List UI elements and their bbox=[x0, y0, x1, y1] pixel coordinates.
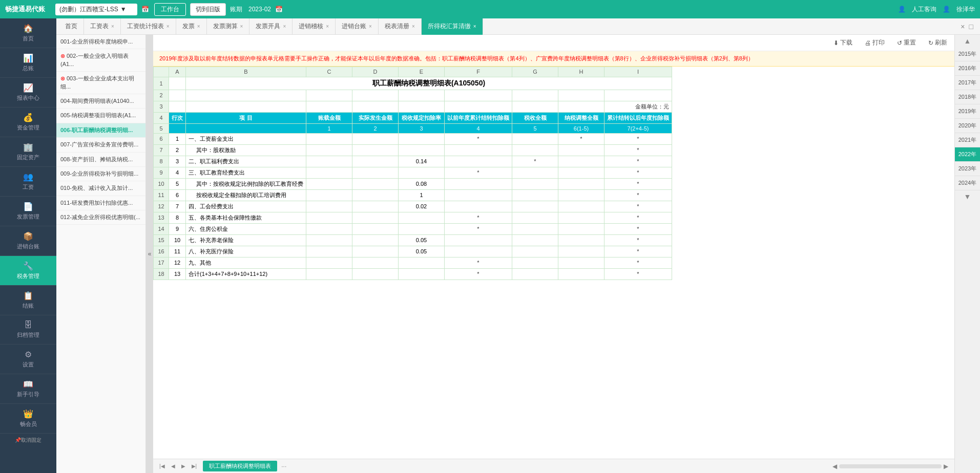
sidebar-item-tax[interactable]: 🔧 税务管理 bbox=[0, 256, 56, 286]
tab-invoice-calc[interactable]: 发票测算 × bbox=[207, 18, 250, 35]
left-panel-item-011[interactable]: 011-研发费用加计扣除优惠... bbox=[56, 196, 145, 210]
sheet-nav-first[interactable]: |◀ bbox=[157, 462, 167, 470]
sidebar-item-ledger[interactable]: 📊 总账 bbox=[0, 48, 56, 78]
tab-close-invoice-open[interactable]: × bbox=[283, 24, 286, 29]
tab-close-income-tax[interactable]: × bbox=[473, 24, 476, 29]
workspace-button[interactable]: 工作台 bbox=[154, 3, 186, 16]
year-nav-down[interactable]: ▼ bbox=[955, 190, 980, 203]
cancel-pin-button[interactable]: 📌取消固定 bbox=[0, 434, 56, 447]
scroll-left-icon[interactable]: ◀ bbox=[830, 463, 839, 470]
reset-button[interactable]: ↺ 重置 bbox=[894, 37, 919, 49]
scroll-right-icon[interactable]: ▶ bbox=[942, 463, 950, 470]
tab-close-invoice-calc[interactable]: × bbox=[240, 24, 243, 29]
download-button[interactable]: ⬇ 下载 bbox=[830, 37, 856, 49]
year-item-2017[interactable]: 2017年 bbox=[955, 76, 980, 90]
refresh-button[interactable]: ↻ 刷新 bbox=[925, 37, 950, 49]
tab-close-salary[interactable]: × bbox=[111, 24, 114, 29]
left-panel-item-002[interactable]: ⊗002-一般企业收入明细表(A1... bbox=[56, 49, 145, 72]
cell-d2[interactable] bbox=[352, 90, 399, 101]
tab-close-salary-report[interactable]: × bbox=[166, 24, 170, 29]
year-nav-up[interactable]: ▲ bbox=[955, 35, 980, 47]
cell-d3[interactable] bbox=[352, 101, 399, 112]
sidebar-item-archive[interactable]: 🗄 归档管理 bbox=[0, 315, 56, 345]
tab-close-purchase-ledger[interactable]: × bbox=[369, 24, 372, 29]
sidebar-item-member[interactable]: 👑 畅会员 bbox=[0, 404, 56, 434]
spreadsheet-wrapper[interactable]: A B C D E F G H I bbox=[153, 67, 954, 459]
sidebar-item-funds[interactable]: 💰 资金管理 bbox=[0, 107, 56, 137]
tab-invoice-open[interactable]: 发票开具 × bbox=[249, 18, 293, 35]
sheet-more-button[interactable]: ··· bbox=[281, 463, 286, 470]
left-panel-item-003[interactable]: ⊗003-一般企业业成本支出明细... bbox=[56, 72, 145, 94]
cell-h3[interactable] bbox=[558, 101, 604, 112]
cell-c3[interactable] bbox=[306, 101, 352, 112]
cell-a3[interactable] bbox=[169, 101, 186, 112]
period-calendar-icon[interactable]: 📅 bbox=[275, 6, 283, 13]
tab-invoice[interactable]: 发票 × bbox=[176, 18, 207, 35]
tab-salary[interactable]: 工资表 × bbox=[84, 18, 121, 35]
cell-e2[interactable] bbox=[399, 90, 445, 101]
sidebar-item-assets[interactable]: 🏢 固定资产 bbox=[0, 137, 56, 167]
cell-a1[interactable] bbox=[169, 77, 186, 90]
cell-f3[interactable] bbox=[445, 101, 512, 112]
sheet-nav-prev[interactable]: ◀ bbox=[169, 462, 177, 470]
left-panel-item-005[interactable]: 005-纳税调整项目明细表(A1... bbox=[56, 109, 145, 123]
year-item-2022[interactable]: 2022年 bbox=[955, 147, 980, 162]
scroll-bar[interactable] bbox=[839, 464, 942, 468]
year-item-2021[interactable]: 2021年 bbox=[955, 133, 980, 147]
tab-purchase-check[interactable]: 进销稽核 × bbox=[293, 18, 336, 35]
tab-income-tax[interactable]: 所得税汇算清缴 × bbox=[422, 18, 483, 35]
cell-e3[interactable] bbox=[399, 101, 445, 112]
sidebar-item-salary[interactable]: 👥 工资 bbox=[0, 167, 56, 197]
company-selector[interactable]: (勿删）江西赣宝-LSS ▼ bbox=[55, 4, 137, 15]
tab-close-invoice[interactable]: × bbox=[197, 24, 200, 29]
sidebar-item-purchase-sales[interactable]: 📦 进销台账 bbox=[0, 226, 56, 256]
tab-close-purchase-check[interactable]: × bbox=[326, 24, 329, 29]
close-all-icon[interactable]: × bbox=[961, 23, 965, 31]
sidebar-item-guide[interactable]: 📖 新手引导 bbox=[0, 374, 56, 404]
cell-f2[interactable] bbox=[445, 90, 512, 101]
sheet-nav-next[interactable]: ▶ bbox=[179, 462, 187, 470]
sidebar-item-settings[interactable]: ⚙ 设置 bbox=[0, 345, 56, 374]
sidebar-item-invoice[interactable]: 📄 发票管理 bbox=[0, 197, 56, 226]
cell-i2[interactable] bbox=[604, 90, 672, 101]
tab-tax-list[interactable]: 税表清册 × bbox=[379, 18, 422, 35]
cell-h2[interactable] bbox=[558, 90, 604, 101]
year-item-2024[interactable]: 2024年 bbox=[955, 176, 980, 190]
tab-close-tax-list[interactable]: × bbox=[412, 24, 415, 29]
support-label[interactable]: 人工客询 bbox=[912, 5, 936, 14]
left-panel-item-012[interactable]: 012-减免企业所得税优惠明细(... bbox=[56, 210, 145, 225]
print-button[interactable]: 🖨 打印 bbox=[862, 37, 888, 49]
left-panel-item-010[interactable]: 010-免税、减计收入及加计... bbox=[56, 181, 145, 196]
cell-a2[interactable] bbox=[169, 90, 186, 101]
user-name[interactable]: 徐泽华 bbox=[956, 5, 975, 14]
left-panel-item-001[interactable]: 001-企业所得税年度纳税申... bbox=[56, 35, 145, 49]
company-dropdown-icon[interactable]: ▼ bbox=[120, 6, 127, 13]
calendar-icon[interactable]: 📅 bbox=[141, 6, 149, 13]
left-panel-item-008[interactable]: 008-资产折旧、摊销及纳税... bbox=[56, 153, 145, 167]
cell-g3[interactable] bbox=[512, 101, 558, 112]
cell-b2[interactable] bbox=[186, 90, 306, 101]
tab-purchase-ledger[interactable]: 进销台账 × bbox=[336, 18, 379, 35]
left-panel-item-006[interactable]: 006-职工薪酬纳税调整明细... bbox=[56, 123, 145, 138]
year-item-2016[interactable]: 2016年 bbox=[955, 61, 980, 76]
sidebar-item-close[interactable]: 📋 结账 bbox=[0, 286, 56, 315]
year-item-2015[interactable]: 2015年 bbox=[955, 47, 980, 61]
sidebar-item-home[interactable]: 🏠 首页 bbox=[0, 18, 56, 48]
collapse-button[interactable]: « bbox=[146, 35, 153, 473]
year-item-2018[interactable]: 2018年 bbox=[955, 90, 980, 104]
left-panel-item-007[interactable]: 007-广告宣传和业务宣传费明... bbox=[56, 138, 145, 152]
cell-c2[interactable] bbox=[306, 90, 352, 101]
left-panel-item-009[interactable]: 009-企业所得税弥补亏损明细... bbox=[56, 167, 145, 181]
sidebar-item-reports[interactable]: 📈 报表中心 bbox=[0, 78, 56, 107]
left-panel-item-004[interactable]: 004-期间费用明细表(A1040... bbox=[56, 94, 145, 109]
old-version-button[interactable]: 切到旧版 bbox=[190, 3, 226, 16]
tab-salary-report[interactable]: 工资统计报表 × bbox=[121, 18, 176, 35]
maximize-icon[interactable]: □ bbox=[969, 23, 973, 31]
year-item-2020[interactable]: 2020年 bbox=[955, 119, 980, 133]
cell-b3[interactable] bbox=[186, 101, 306, 112]
cell-g2[interactable] bbox=[512, 90, 558, 101]
year-item-2023[interactable]: 2023年 bbox=[955, 162, 980, 176]
sheet-nav-last[interactable]: ▶| bbox=[190, 462, 199, 470]
tab-home[interactable]: 首页 bbox=[59, 18, 84, 35]
year-item-2019[interactable]: 2019年 bbox=[955, 104, 980, 119]
